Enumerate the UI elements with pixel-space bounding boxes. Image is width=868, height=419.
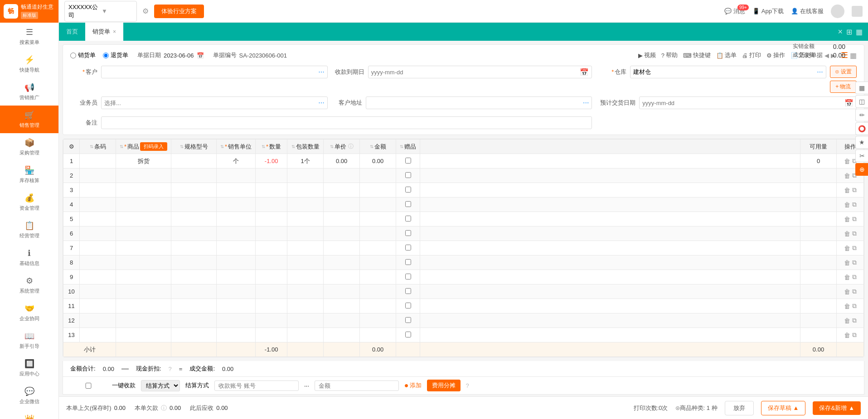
right-panel-btn-5[interactable]: ★ <box>855 136 868 149</box>
remark-input[interactable] <box>104 120 589 126</box>
copy-row-icon[interactable]: ⧉ <box>852 288 857 295</box>
copy-row-icon[interactable]: ⧉ <box>852 273 857 281</box>
customer-ellipsis-icon[interactable]: ··· <box>318 68 324 76</box>
price-info-icon[interactable]: ⓘ <box>348 143 354 150</box>
sort-amount-icon[interactable]: ⇅ <box>370 144 373 149</box>
sidebar-item-system[interactable]: ⚙ 系统管理 <box>0 271 58 299</box>
settings-col-icon[interactable]: ⚙ <box>69 143 74 150</box>
delete-row-icon[interactable]: 🗑 <box>844 303 850 310</box>
header-gear-icon[interactable]: ⚙ <box>141 5 150 17</box>
delete-row-icon[interactable]: 🗑 <box>844 288 850 295</box>
trial-button[interactable]: 体验行业方案 <box>154 5 204 18</box>
sidebar-item-finance[interactable]: 💰 资金管理 <box>0 188 58 216</box>
delete-row-icon[interactable]: 🗑 <box>844 201 850 208</box>
order-debt-info-icon[interactable]: ⓘ <box>161 404 167 412</box>
salesperson-input-wrapper[interactable]: ··· <box>101 96 328 109</box>
copy-row-icon[interactable]: ⧉ <box>852 331 857 339</box>
tab-sales-order[interactable]: 销货单 × <box>85 23 123 41</box>
select-btn[interactable]: 📋 选单 <box>716 51 737 59</box>
grid-view-icon[interactable]: ▦ <box>850 51 857 60</box>
right-panel-btn-6[interactable]: ✂ <box>855 149 868 162</box>
sort-barcode-icon[interactable]: ⇅ <box>90 144 93 149</box>
user-avatar[interactable] <box>831 5 844 18</box>
right-panel-btn-2[interactable]: ◫ <box>855 95 868 108</box>
one-click-payment-checkbox[interactable] <box>70 383 107 389</box>
right-panel-btn-3[interactable]: ✏ <box>855 109 868 121</box>
sidebar-item-guide[interactable]: 📖 新手引导 <box>0 327 58 354</box>
operation-btn[interactable]: ⚙ 操作 <box>766 51 785 59</box>
copy-row-icon[interactable]: ⧉ <box>852 302 857 310</box>
sidebar-item-management[interactable]: 📋 经营管理 <box>0 216 58 244</box>
sidebar-item-enterprise[interactable]: 🤝 企业协同 <box>0 299 58 327</box>
sort-product-icon[interactable]: ⇅ <box>120 144 123 149</box>
sidebar-item-inventory[interactable]: 🏪 库存核算 <box>0 161 58 188</box>
sidebar-item-apps[interactable]: 🔲 应用中心 <box>0 354 58 382</box>
print-btn[interactable]: 🖨 打印 <box>742 51 761 59</box>
delete-row-icon[interactable]: 🗑 <box>844 259 850 266</box>
sort-pkg-icon[interactable]: ⇅ <box>291 144 295 149</box>
sidebar-item-purchase[interactable]: 📦 采购管理 <box>0 133 58 161</box>
customer-addr-ellipsis-icon[interactable]: ··· <box>583 99 589 107</box>
add-payment-button[interactable]: ● 添加 <box>404 381 422 390</box>
expected-delivery-input-wrapper[interactable]: 📅 <box>639 96 857 109</box>
right-panel-btn-1[interactable]: ▦ <box>855 82 868 94</box>
help-btn[interactable]: ? 帮助 <box>661 51 678 59</box>
question-icon[interactable]: ? <box>169 366 172 372</box>
right-panel-btn-4[interactable]: ⭕ <box>855 122 868 135</box>
salesperson-input[interactable] <box>104 100 318 106</box>
scan-btn[interactable]: 扫码录入 <box>140 142 167 151</box>
sidebar-item-quick-nav[interactable]: ⚡ 快捷导航 <box>0 50 58 78</box>
due-date-input-wrapper[interactable]: 📅 <box>368 66 592 78</box>
tab-close-icon[interactable]: × <box>113 29 116 35</box>
account-input[interactable] <box>214 380 299 391</box>
delete-row-icon[interactable]: 🗑 <box>844 274 850 281</box>
warehouse-ellipsis-icon[interactable]: ··· <box>817 68 823 76</box>
video-btn[interactable]: ▶ 视频 <box>638 51 656 59</box>
logistics-button[interactable]: + 物流 <box>830 81 857 93</box>
salesperson-ellipsis-icon[interactable]: ··· <box>318 99 324 107</box>
warehouse-input[interactable] <box>633 69 817 76</box>
expand-icon[interactable]: ⊞ <box>846 28 852 36</box>
payment-method-select[interactable]: 结算方式 <box>141 380 180 391</box>
sidebar-item-sales[interactable]: 🛒 销售管理 <box>0 106 58 133</box>
warehouse-input-wrapper[interactable]: ··· <box>630 66 826 78</box>
copy-row-icon[interactable]: ⧉ <box>852 317 857 324</box>
sort-price-icon[interactable]: ⇅ <box>330 144 334 149</box>
due-date-calendar-icon[interactable]: 📅 <box>580 68 589 77</box>
company-selector[interactable]: XXXXXX公司 ▼ <box>64 1 137 22</box>
sidebar-item-search[interactable]: ☰ 搜索菜单 <box>0 23 58 50</box>
sidebar-item-vip[interactable]: 👑 畅会员 <box>0 409 58 419</box>
delete-row-icon[interactable]: 🗑 <box>844 172 850 179</box>
cost-split-button[interactable]: 费用分摊 <box>427 380 461 391</box>
shortcut-btn[interactable]: ⌨ 快捷键 <box>683 51 711 59</box>
customer-input-wrapper[interactable]: ··· <box>101 66 328 78</box>
sort-spec-icon[interactable]: ⇅ <box>180 144 184 149</box>
remark-input-wrapper[interactable] <box>101 116 592 129</box>
copy-row-icon[interactable]: ⧉ <box>852 186 857 194</box>
close-tab-icon[interactable]: × <box>838 27 843 37</box>
sidebar-item-wechat[interactable]: 💬 企业微信 <box>0 382 58 409</box>
sort-qty-icon[interactable]: ⇅ <box>262 144 265 149</box>
copy-row-icon[interactable]: ⧉ <box>852 230 857 237</box>
tab-home[interactable]: 首页 <box>59 23 85 41</box>
return-order-radio[interactable]: 退货单 <box>103 51 128 59</box>
sort-unit-icon[interactable]: ⇅ <box>220 144 224 149</box>
expected-delivery-calendar-icon[interactable]: 📅 <box>844 99 853 107</box>
calendar-icon[interactable]: 📅 <box>197 52 204 59</box>
due-date-input[interactable] <box>371 69 580 76</box>
setting-button[interactable]: ⊙ 设置 <box>830 66 857 78</box>
sales-order-radio[interactable]: 销货单 <box>70 51 96 59</box>
save-new-button[interactable]: 保存&新增 ▲ <box>813 401 861 415</box>
delete-row-icon[interactable]: 🗑 <box>844 158 850 165</box>
delete-row-icon[interactable]: 🗑 <box>844 317 850 324</box>
delete-row-icon[interactable]: 🗑 <box>844 216 850 223</box>
delete-row-icon[interactable]: 🗑 <box>844 187 850 194</box>
save-draft-button[interactable]: 保存草稿 ▲ <box>761 401 806 415</box>
copy-row-icon[interactable]: ⧉ <box>852 259 857 266</box>
user-menu-icon[interactable] <box>852 6 863 17</box>
customer-addr-input-wrapper[interactable]: ··· <box>366 96 592 109</box>
message-button[interactable]: 💬 消息 99+ <box>724 7 745 15</box>
customer-addr-input[interactable] <box>369 100 583 106</box>
payment-amount-input[interactable] <box>315 380 399 391</box>
sidebar-item-marketing[interactable]: 📢 营销推广 <box>0 78 58 106</box>
